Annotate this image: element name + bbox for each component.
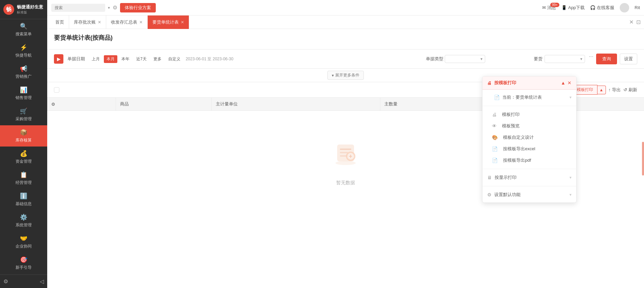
refresh-btn[interactable]: ↺ 刷新 xyxy=(623,87,637,93)
template-custom-icon: 🎨 xyxy=(492,135,498,140)
page-title: 要货单统计表(按商品) xyxy=(54,34,637,42)
date-opt-this-month[interactable]: 本月 xyxy=(104,55,117,63)
dropdown-item-template-pdf[interactable]: 📄 按模板导出pdf xyxy=(482,155,576,166)
dropdown-current-section: 📄 当前：要货单统计表 ▾ xyxy=(482,90,576,105)
date-filter-label: 单据日期 xyxy=(67,56,85,62)
divider-1 xyxy=(482,106,576,106)
sidebar-volume-btn[interactable]: ◁ xyxy=(40,278,44,285)
sidebar-item-basic[interactable]: ℹ️ 基础信息 xyxy=(0,189,47,210)
experience-btn[interactable]: 体验行业方案 xyxy=(120,3,156,12)
col-settings[interactable]: ⚙ xyxy=(47,98,116,111)
order-category-label: 要货 xyxy=(534,56,543,62)
scrollbar-indicator xyxy=(642,142,644,175)
user-avatar[interactable] xyxy=(620,3,629,12)
more-options-icon[interactable]: ··· xyxy=(589,54,593,64)
tab-inventory-batch-close[interactable]: ✕ xyxy=(98,20,101,25)
current-chevron-icon: ▾ xyxy=(569,95,572,100)
dropdown-item-template-preview[interactable]: 👁 模板预览 xyxy=(482,120,576,132)
purchase-icon: 🛒 xyxy=(20,107,27,115)
sidebar-nav: 🔍 搜索菜单 ⚡ 快捷导航 📢 营销推广 📊 销售管理 🛒 采购管理 📦 库存核… xyxy=(0,19,47,275)
filter-expand-btn[interactable]: ▶ xyxy=(54,54,63,64)
operations-icon: 📋 xyxy=(20,171,27,179)
guide-icon: 🎯 xyxy=(20,256,27,263)
search-input[interactable] xyxy=(51,4,105,12)
expand-more-btn[interactable]: ▾ 展开更多条件 xyxy=(327,71,364,80)
date-opt-custom[interactable]: 自定义 xyxy=(166,55,183,63)
empty-text: 暂无数据 xyxy=(336,180,355,186)
date-range-text: 2023-06-01 至 2023-06-30 xyxy=(186,56,233,62)
default-function-icon: ⚙ xyxy=(487,192,492,197)
sidebar-item-sales[interactable]: 📊 销售管理 xyxy=(0,83,47,104)
dropdown-header: 🖨 按模板打印 ▲ ✕ xyxy=(482,76,576,90)
sidebar: 畅 畅捷通好生意 标准版 🔍 搜索菜单 ⚡ 快捷导航 📢 营销推广 📊 销售管理… xyxy=(0,0,47,288)
topbar-app-download[interactable]: 📱 App下载 xyxy=(561,5,585,11)
topbar-gear-icon[interactable]: ⚙ xyxy=(113,4,117,11)
date-options: 上月 本月 本年 近7天 更多 自定义 2023-06-01 至 2023-06… xyxy=(89,55,233,63)
headset-icon: 🎧 xyxy=(590,5,595,10)
dropdown-item-template-custom[interactable]: 🎨 模板自定义设计 xyxy=(482,132,576,143)
print-chevron-btn[interactable]: ▲ xyxy=(597,86,606,94)
tab-home[interactable]: 首页 xyxy=(51,15,69,29)
page-content: 要货单统计表(按商品) ▶ 单据日期 上月 本月 本年 近7天 更多 自定义 2… xyxy=(47,29,644,288)
tab-inventory-batch[interactable]: 库存批次账 ✕ xyxy=(69,15,106,29)
sidebar-item-purchase[interactable]: 🛒 采购管理 xyxy=(0,104,47,125)
tab-collection-summary-close[interactable]: ✕ xyxy=(139,20,143,25)
divider-3 xyxy=(482,186,576,186)
export-btn[interactable]: ↑ 导出 xyxy=(609,87,621,93)
dropdown-item-template-excel[interactable]: 📄 按模板导出excel xyxy=(482,143,576,155)
date-opt-last-month[interactable]: 上月 xyxy=(89,55,103,63)
type-select[interactable] xyxy=(445,55,485,63)
close-window-btn[interactable]: ✕ xyxy=(629,19,634,25)
tab-order-stats[interactable]: 要货单统计表 ✕ xyxy=(148,15,189,29)
dropdown-current-item[interactable]: 📄 当前：要货单统计表 ▾ xyxy=(482,92,576,103)
dropdown-items-section: 🖨 模板打印 👁 模板预览 🎨 模板自定义设计 xyxy=(482,107,576,168)
sidebar-item-marketing[interactable]: 📢 营销推广 xyxy=(0,62,47,83)
message-icon: ✉ xyxy=(542,5,546,10)
page-header: 要货单统计表(按商品) xyxy=(47,29,644,50)
dropdown-close-icon[interactable]: ✕ xyxy=(567,80,572,86)
sidebar-settings-btn[interactable]: ⚙ xyxy=(3,278,8,285)
date-opt-this-year[interactable]: 本年 xyxy=(119,55,132,63)
query-btn[interactable]: 查询 xyxy=(596,54,617,64)
current-template-icon: 📄 xyxy=(494,95,500,100)
tab-collection-summary[interactable]: 收发存汇总表 ✕ xyxy=(106,15,148,29)
filter-actions: ··· 查询 设置 xyxy=(589,54,637,64)
username-label: Rit xyxy=(635,5,640,10)
message-badge: 99+ xyxy=(550,3,559,7)
sidebar-item-inventory[interactable]: 📦 库存核算 xyxy=(0,125,47,147)
sidebar-item-system[interactable]: ⚙️ 系统管理 xyxy=(0,210,47,231)
divider-2 xyxy=(482,169,576,169)
collab-icon: 🤝 xyxy=(20,235,27,242)
app-logo-text: 畅捷通好生意 标准版 xyxy=(17,4,43,15)
col-product: 商品 xyxy=(116,98,211,111)
dropdown-title: 🖨 按模板打印 xyxy=(487,80,516,86)
sidebar-item-shortcut[interactable]: ⚡ 快捷导航 xyxy=(0,40,47,62)
sidebar-item-collab[interactable]: 🤝 企业协同 xyxy=(0,231,47,253)
maximize-window-btn[interactable]: ⊡ xyxy=(636,19,641,25)
sidebar-item-operations[interactable]: 📋 经营管理 xyxy=(0,168,47,189)
sidebar-item-guide[interactable]: 🎯 新手引导 xyxy=(0,253,47,274)
finance-icon: 💰 xyxy=(20,150,27,157)
svg-rect-2 xyxy=(340,149,351,150)
tab-order-stats-close[interactable]: ✕ xyxy=(181,20,184,25)
dropdown-display-print[interactable]: 🖥 按显示打印 ▾ xyxy=(482,172,576,183)
date-opt-more[interactable]: 更多 xyxy=(151,55,164,63)
window-controls: ✕ ⊡ xyxy=(629,19,641,25)
order-category-select[interactable] xyxy=(545,55,585,63)
dropdown-item-template-print[interactable]: 🖨 模板打印 xyxy=(482,109,576,120)
date-opt-last-7[interactable]: 近7天 xyxy=(134,55,149,63)
basic-icon: ℹ️ xyxy=(20,192,27,200)
dropdown-up-icon[interactable]: ▲ xyxy=(561,80,565,86)
filter-settings-btn[interactable]: 设置 xyxy=(620,54,637,64)
expand-icon: ▾ xyxy=(332,73,334,78)
type-filter-label: 单据类型 xyxy=(426,56,443,62)
phone-icon: 📱 xyxy=(561,5,567,10)
dropdown-default-function[interactable]: ⚙ 设置默认功能 ▾ xyxy=(482,189,576,200)
refresh-icon: ↺ xyxy=(623,87,627,92)
topbar-message[interactable]: ✉ 消息 99+ xyxy=(542,5,556,11)
topbar-online-service[interactable]: 🎧 在线客服 xyxy=(590,5,614,11)
table-select-all[interactable] xyxy=(54,87,59,93)
search-chevron-icon[interactable]: ▾ xyxy=(108,5,110,10)
sidebar-item-search[interactable]: 🔍 搜索菜单 xyxy=(0,19,47,40)
sidebar-item-finance[interactable]: 💰 资金管理 xyxy=(0,147,47,168)
